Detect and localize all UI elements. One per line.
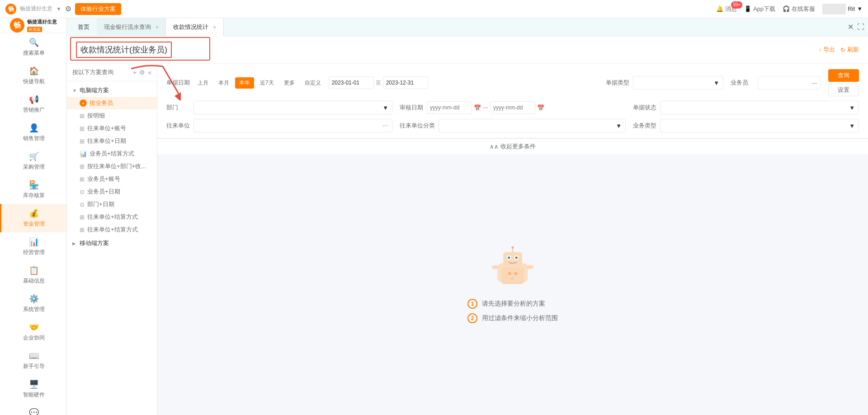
sidebar-item-purchase[interactable]: 🛒 采购管理 <box>0 147 66 175</box>
settings-btn[interactable]: 设置 <box>828 84 859 96</box>
trial-button[interactable]: 体验行业方案 <box>75 3 121 15</box>
sidebar-item-label-finance: 资金管理 <box>23 220 45 228</box>
filter-biztype-select[interactable]: ▼ <box>660 119 859 132</box>
tree-item-salesperson-account[interactable]: ⊞ 业务员+账号 <box>67 173 157 185</box>
calendar-icon-to[interactable]: 📅 <box>537 104 544 111</box>
sidebar-item-label-marketing: 营销推广 <box>23 106 45 114</box>
review-date-from[interactable] <box>427 101 472 114</box>
sidebar-item-label-guide: 新手引导 <box>23 363 45 370</box>
refresh-btn[interactable]: ↻ 刷新 <box>840 46 859 54</box>
sidebar-item-label-basic: 基础信息 <box>23 277 45 285</box>
sidebar-item-wechat[interactable]: 💬 企业微信 <box>0 403 66 415</box>
app-download-btn[interactable]: 📱 App下载 <box>744 5 775 13</box>
breadcrumb-dropdown[interactable]: ▼ <box>56 6 61 12</box>
tree-item-partner-account[interactable]: ⊞ 往来单位+账号 <box>67 122 157 135</box>
collapse-filter-btn[interactable]: ∧∧ 收起更多条件 <box>157 138 868 154</box>
sidebar-item-enterprise[interactable]: 🤝 企业协同 <box>0 318 66 346</box>
date-tab-this-year[interactable]: 本年 <box>235 77 254 89</box>
tree-item-dept-date[interactable]: ⊙ 部门+日期 <box>67 198 157 211</box>
filter-row-1: 单据日期 上月 本月 本年 近7天 更多 自定义 <box>166 69 859 96</box>
filter-partner-select[interactable]: ··· <box>193 119 392 132</box>
bell-icon: 🔔 <box>716 5 723 12</box>
filter-dept-item: 部门 ▼ <box>166 101 392 114</box>
grid-icon-detail: ⊞ <box>80 113 85 119</box>
tree-item-partner-settle1[interactable]: ⊞ 往来单位+结算方式 <box>67 211 157 223</box>
review-date-to[interactable] <box>490 101 535 114</box>
tree-item-salesperson-date[interactable]: ⊙ 业务员+日期 <box>67 185 157 198</box>
tree-item-by-salesperson[interactable]: ● 按业务员 <box>67 97 157 109</box>
sidebar-item-marketing[interactable]: 📢 营销推广 <box>0 90 66 118</box>
filter-review-label: 审核日期 <box>400 104 423 112</box>
step-1-number: 1 <box>467 299 477 309</box>
collapse-icon: ∧∧ <box>490 143 499 150</box>
tab-close-window-icon[interactable]: ✕ <box>848 23 854 31</box>
sidebar-item-finance[interactable]: 💰 资金管理 <box>0 204 66 232</box>
tab-bank[interactable]: 现金银行流水查询 × <box>97 18 166 36</box>
tree-group-desktop-label: 电脑端方案 <box>80 86 109 94</box>
svg-point-12 <box>514 272 517 275</box>
sidebar-logo-text: 畅捷通好生意 标准版 <box>27 19 57 33</box>
export-btn[interactable]: ↑ 导出 <box>819 46 835 54</box>
calendar-icon-from[interactable]: 📅 <box>474 104 481 111</box>
partner-ellipsis-icon[interactable]: ··· <box>382 122 388 130</box>
sidebar-item-shortcuts[interactable]: 🏠 快捷导航 <box>0 61 66 90</box>
tree-item-partner-date[interactable]: ⊞ 往来单位+日期 <box>67 135 157 147</box>
sidebar-item-basic[interactable]: 📋 基础信息 <box>0 261 66 289</box>
scheme-settings-btn[interactable]: ⚙ <box>139 69 145 76</box>
date-tab-last7[interactable]: 近7天 <box>256 77 278 89</box>
tree-group-desktop-header[interactable]: ▼ 电脑端方案 <box>67 84 157 97</box>
filter-doctype-select[interactable]: ▼ <box>633 76 723 90</box>
tree-item-salesperson-settlement[interactable]: 📊 业务员+结算方式 <box>67 147 157 160</box>
sidebar-item-search[interactable]: 🔍 搜索菜单 <box>0 33 66 61</box>
notification-btn[interactable]: 🔔 消息 99+ <box>716 5 737 13</box>
basic-icon: 📋 <box>29 265 39 275</box>
filter-salesperson-select[interactable]: ··· <box>758 76 821 90</box>
scheme-collapse-btn[interactable]: « <box>148 69 151 76</box>
collapse-label: 收起更多条件 <box>500 142 536 151</box>
filter-dept-select[interactable]: ▼ <box>193 101 392 114</box>
date-tab-more[interactable]: 更多 <box>280 77 299 89</box>
date-to-input[interactable] <box>383 76 428 89</box>
svg-point-8 <box>512 246 514 249</box>
date-tab-custom[interactable]: 自定义 <box>301 77 325 89</box>
date-separator: 至 <box>376 79 381 87</box>
tab-collection-close[interactable]: × <box>213 24 216 30</box>
query-btn[interactable]: 查询 <box>828 69 859 82</box>
sidebar-item-guide[interactable]: 📖 新手引导 <box>0 346 66 375</box>
refresh-icon: ↻ <box>840 47 845 53</box>
circle-icon-dd: ⊙ <box>80 201 85 208</box>
sidebar-item-hardware[interactable]: 🖥️ 智能硬件 <box>0 375 66 403</box>
date-from-input[interactable] <box>329 76 374 89</box>
sidebar-logo: 畅 畅捷通好生意 标准版 <box>0 18 66 33</box>
sidebar-item-business[interactable]: 📊 经营管理 <box>0 232 66 261</box>
tree-group-mobile-header[interactable]: ▶ 移动端方案 <box>67 237 157 250</box>
partner-cat-dropdown-icon: ▼ <box>616 123 622 129</box>
tree-item-partner-settle2[interactable]: ⊞ 往来单位+结算方式 <box>67 223 157 236</box>
sidebar-logo-icon: 畅 <box>10 18 24 33</box>
online-service-btn[interactable]: 🎧 在线客服 <box>783 5 815 13</box>
tree-item-partner-dept[interactable]: ⊞ 按往来单位+部门+收... <box>67 160 157 173</box>
tab-home[interactable]: 首页 <box>71 18 97 36</box>
tree-item-by-detail[interactable]: ⊞ 按明细 <box>67 109 157 122</box>
business-icon: 📊 <box>29 237 39 247</box>
tab-bank-close[interactable]: × <box>156 24 158 30</box>
tab-collection[interactable]: 收款情况统计 × <box>166 18 223 36</box>
date-tab-this-month[interactable]: 本月 <box>214 77 233 89</box>
avatar <box>822 4 846 14</box>
empty-step-2: 2 用过滤条件来缩小分析范围 <box>467 313 558 323</box>
collection-tab-label: 收款情况统计 <box>173 23 208 31</box>
step-2-text: 用过滤条件来缩小分析范围 <box>482 314 558 322</box>
date-tab-last-month[interactable]: 上月 <box>193 77 212 89</box>
gear-button[interactable]: ⚙ <box>65 5 71 13</box>
sidebar-item-sales[interactable]: 👤 销售管理 <box>0 118 66 147</box>
grid-icon-pdc: ⊞ <box>80 163 85 170</box>
filter-docstatus-select[interactable]: ▼ <box>660 101 859 114</box>
filter-partner-cat-select[interactable]: ▼ <box>439 119 626 132</box>
sidebar-item-inventory[interactable]: 🏪 库存核算 <box>0 175 66 204</box>
tree-item-label-dept-date: 部门+日期 <box>87 200 114 208</box>
home-icon: 🏠 <box>29 66 39 76</box>
scheme-add-btn[interactable]: + <box>133 69 137 76</box>
tab-maximize-icon[interactable]: ⛶ <box>857 23 864 31</box>
sidebar-item-system[interactable]: ⚙️ 系统管理 <box>0 289 66 318</box>
user-menu[interactable]: Rit ▼ <box>822 4 863 14</box>
